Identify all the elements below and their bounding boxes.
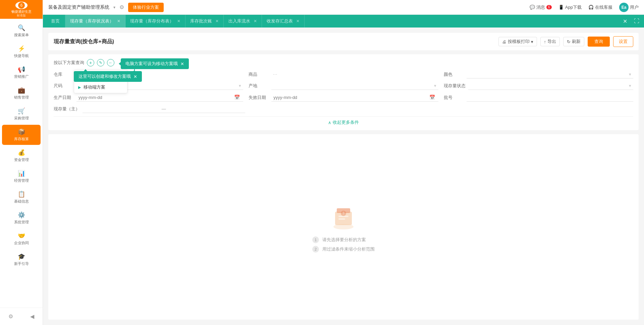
filter-edit-btn[interactable]: ✎ <box>97 59 104 66</box>
system-title: 装备及固定资产辅助管理系统 <box>48 4 109 10</box>
tab-receive-summary[interactable]: 收发存汇总表 ✕ <box>262 15 305 28</box>
goods-label: 商品 <box>249 71 269 77</box>
tab-close-receive-summary[interactable]: ✕ <box>296 19 300 23</box>
refresh-btn[interactable]: ↻ 刷新 <box>563 37 584 46</box>
message-btn[interactable]: 💬 消息 6 <box>530 4 552 10</box>
sidebar-item-marketing[interactable]: 📢 营销推广 <box>2 62 41 83</box>
current-stock-min-input[interactable] <box>85 106 160 111</box>
sidebar-collapse-btn[interactable]: ◀ <box>28 312 37 321</box>
tooltip-create: 这里可以创建和修改方案哦 ✕ <box>74 71 142 82</box>
expire-date-calendar-icon[interactable]: 📅 <box>428 95 436 100</box>
produce-date-label: 生产日期 <box>54 95 74 101</box>
tab-inventory-status[interactable]: 现存量（库存状况表） ✕ <box>65 15 125 28</box>
sidebar-settings-btn[interactable]: ⚙ <box>6 312 16 321</box>
sidebar-item-enterprise[interactable]: 🤝 企业协同 <box>2 229 41 249</box>
print-template-btn[interactable]: 🖨 按模板打印 ▾ <box>498 37 537 46</box>
app-download-btn[interactable]: 📱 App下载 <box>558 4 582 10</box>
close-all-tabs-btn[interactable]: ✕ <box>621 18 629 24</box>
expire-date-label: 失效日期 <box>249 95 269 101</box>
field-produce-date: 生产日期 📅 <box>54 93 243 102</box>
user-profile-btn[interactable]: Ea 用户 <box>619 3 639 12</box>
tooltip-scheme-close-btn[interactable]: ✕ <box>180 61 184 66</box>
refresh-icon: ↻ <box>567 39 571 44</box>
logo-icon: 6 <box>15 2 28 9</box>
tab-batch-ledger[interactable]: 库存批次账 ✕ <box>185 15 224 28</box>
tab-inventory-dist[interactable]: 现存量（库存分布表） ✕ <box>125 15 185 28</box>
filter-header: 按以下方案查询 + ✎ ← 电脑方案可设为移动方案哦 ✕ ▶ 电脑端方案 <box>54 59 633 66</box>
page-actions: 🖨 按模板打印 ▾ ↑ 导出 ↻ 刷新 查询 设置 <box>498 36 634 47</box>
tab-close-inventory-status[interactable]: ✕ <box>117 19 120 23</box>
collapse-btn[interactable]: ∧ 收起更多条件 <box>328 119 359 125</box>
field-current-stock: 现存量（主） — <box>54 105 245 113</box>
app-header: 装备及固定资产辅助管理系统 ▾ ⚙ 体验行业方案 💬 消息 6 📱 App下载 … <box>43 0 644 15</box>
settings-gear-icon[interactable]: ⚙ <box>119 4 124 10</box>
empty-illustration: ? <box>328 202 359 232</box>
origin-chevron-down-icon: ▾ <box>434 83 436 88</box>
tab-bar: 首页 现存量（库存状况表） ✕ 现存量（库存分布表） ✕ 库存批次账 ✕ 出入库… <box>43 15 644 28</box>
sidebar-footer: ⚙ ◀ <box>0 308 43 325</box>
scheme-mobile-item[interactable]: ▶ 移动端方案 <box>74 82 127 93</box>
sidebar-item-finance[interactable]: 💰 资金管理 <box>2 146 41 166</box>
header-left: 装备及固定资产辅助管理系统 ▾ ⚙ 体验行业方案 <box>48 3 164 12</box>
size-label: 尺码 <box>54 83 74 89</box>
search-btn[interactable]: 查询 <box>588 37 610 47</box>
tab-inout-flow[interactable]: 出入库流水 ✕ <box>224 15 262 28</box>
sidebar-item-basic[interactable]: 📋 基础信息 <box>2 187 41 207</box>
step-num-2: 2 <box>312 246 319 253</box>
logo-text: 畅捷通好生意 标准版 <box>11 10 32 17</box>
fullscreen-btn[interactable]: ⛶ <box>632 18 641 24</box>
sidebar-item-system[interactable]: ⚙️ 系统管理 <box>2 208 41 228</box>
tab-home[interactable]: 首页 <box>46 15 65 28</box>
avatar: Ea <box>619 3 629 12</box>
tab-close-inventory-dist[interactable]: ✕ <box>177 19 180 23</box>
tab-close-batch-ledger[interactable]: ✕ <box>215 19 219 23</box>
field-stock-status: 现存量状态 ▾ <box>444 82 633 90</box>
filter-arrow-btn[interactable]: ← <box>107 59 114 66</box>
marketing-icon: 📢 <box>18 66 25 73</box>
current-stock-label: 现存量（主） <box>54 106 80 112</box>
goods-dots-btn[interactable]: ··· <box>271 71 278 77</box>
page-title: 现存量查询(按仓库+商品) <box>54 38 114 45</box>
sidebar-item-search[interactable]: 🔍 搜索菜单 <box>2 21 41 41</box>
chevron-up-icon: ∧ <box>328 120 331 125</box>
tooltip-create-close-btn[interactable]: ✕ <box>133 74 137 79</box>
finance-icon: 💰 <box>18 149 25 156</box>
field-origin: 产地 ▾ <box>249 82 438 90</box>
sidebar-item-operation[interactable]: 📊 经营管理 <box>2 166 41 186</box>
stock-status-select[interactable]: ▾ <box>468 82 633 90</box>
purchase-icon: 🛒 <box>18 107 25 115</box>
filter-add-btn[interactable]: + <box>87 59 94 66</box>
produce-date-input[interactable] <box>78 95 233 100</box>
settings-btn[interactable]: 设置 <box>613 36 633 47</box>
svg-text:?: ? <box>342 212 344 215</box>
expire-date-input[interactable] <box>273 95 428 100</box>
stock-status-chevron-down-icon: ▾ <box>629 83 631 88</box>
sidebar-item-quick[interactable]: ⚡ 快捷导航 <box>2 42 41 62</box>
color-label: 颜色 <box>444 71 464 77</box>
chevron-right-icon2: ▶ <box>78 85 81 90</box>
color-select[interactable]: ▾ <box>467 70 633 78</box>
filter-row-3: 生产日期 📅 失效日期 📅 批号 <box>54 93 633 102</box>
page-content: 现存量查询(按仓库+商品) 🖨 按模板打印 ▾ ↑ 导出 ↻ 刷新 查询 设置 <box>43 28 644 325</box>
online-support-btn[interactable]: 🎧 在线客服 <box>588 4 612 10</box>
origin-select[interactable]: ▾ <box>271 82 438 90</box>
print-icon: 🖨 <box>502 39 506 44</box>
produce-date-calendar-icon[interactable]: 📅 <box>233 95 241 100</box>
batch-no-input[interactable] <box>467 94 633 102</box>
system-dropdown-btn[interactable]: ▾ <box>113 5 115 10</box>
basic-icon: 📋 <box>18 191 25 198</box>
sidebar-item-guide[interactable]: 🎓 新手引导 <box>2 250 41 270</box>
tab-close-inout-flow[interactable]: ✕ <box>254 19 257 23</box>
system-icon: ⚙️ <box>18 211 25 219</box>
sidebar-item-sales[interactable]: 💼 销售管理 <box>2 83 41 103</box>
quick-icon: ⚡ <box>18 45 25 52</box>
sidebar-item-purchase[interactable]: 🛒 采购管理 <box>2 104 41 124</box>
current-stock-max-input[interactable] <box>168 106 243 111</box>
color-chevron-down-icon: ▾ <box>629 72 631 77</box>
export-icon: ↑ <box>544 39 546 44</box>
sidebar-item-inventory[interactable]: 📦 库存核算 <box>2 125 41 145</box>
tooltip-scheme: 电脑方案可设为移动方案哦 ✕ <box>121 58 189 69</box>
enterprise-icon: 🤝 <box>18 232 25 239</box>
industry-btn[interactable]: 体验行业方案 <box>128 3 164 12</box>
export-btn[interactable]: ↑ 导出 <box>540 37 560 46</box>
